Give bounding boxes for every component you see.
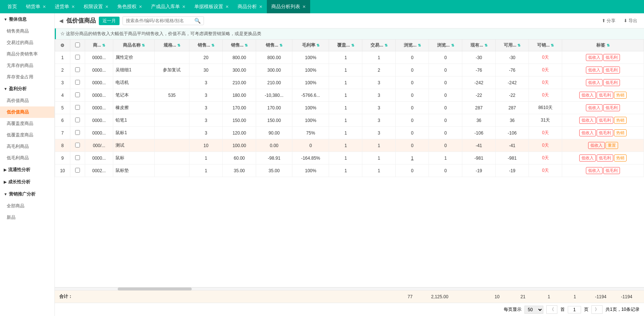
sidebar-item-high-margin[interactable]: 高毛利商品 (0, 141, 54, 152)
nav-product-analysis-list[interactable]: 商品分析列表 ✕ (267, 0, 310, 13)
select-all-checkbox[interactable] (75, 43, 80, 47)
row-view1[interactable]: 0 (396, 102, 429, 114)
sidebar-item-stock-fund[interactable]: 库存资金占用 (0, 71, 54, 83)
export-button[interactable]: ⬇ 导出 (621, 17, 640, 25)
sidebar-item-no-stock-products[interactable]: 无库存的商品 (0, 60, 54, 71)
row-view1[interactable]: 0 (396, 164, 429, 177)
close-product-analysis[interactable]: ✕ (259, 4, 262, 9)
sidebar-item-low-coverage[interactable]: 低覆盖度商品 (0, 129, 54, 141)
sidebar-section-profit[interactable]: ▼ 盈利分析 (0, 83, 54, 95)
date-filter-button[interactable]: 近一月 (99, 17, 120, 25)
row-checkbox[interactable] (75, 130, 80, 135)
row-view1[interactable]: 0 (396, 89, 429, 102)
row-checkbox[interactable] (75, 92, 80, 97)
tag-label: 热销 (614, 154, 627, 162)
close-sales[interactable]: ✕ (43, 4, 46, 9)
col-header-sales3[interactable]: 销售... ⇅ (256, 40, 292, 51)
col-header-stock3[interactable]: 可销... ⇅ (529, 40, 562, 51)
row-view1[interactable]: 0 (396, 64, 429, 77)
sidebar-item-high-value[interactable]: 高价值商品 (0, 95, 54, 106)
row-checkbox-cell[interactable] (70, 89, 85, 102)
col-header-code[interactable]: 商... ⇅ (85, 40, 113, 51)
col-header-sales1[interactable]: 销售... ⇅ (189, 40, 223, 51)
search-input[interactable] (126, 18, 194, 23)
nav-purchase[interactable]: 进货单 ✕ (50, 0, 79, 13)
sidebar-item-low-margin[interactable]: 低毛利商品 (0, 152, 54, 164)
sidebar-item-all-products[interactable]: 全部商品 (0, 200, 54, 212)
col-header-sales2[interactable]: 销售... ⇅ (223, 40, 256, 51)
sidebar-section-overall[interactable]: ▼ 整体信息 (0, 13, 54, 26)
col-header-view1[interactable]: 浏览... ⇅ (396, 40, 429, 51)
close-product-entry[interactable]: ✕ (182, 4, 185, 9)
close-purchase[interactable]: ✕ (71, 4, 75, 9)
sidebar-collapse-btn[interactable]: ◀ (59, 18, 63, 24)
row-spec (154, 127, 189, 139)
col-header-gross[interactable]: 毛利率 ⇅ (292, 40, 329, 51)
col-header-coverage[interactable]: 覆盖... ⇅ (329, 40, 362, 51)
row-checkbox-cell[interactable] (70, 164, 85, 177)
nav-template[interactable]: 单据模板设置 ✕ (190, 0, 233, 13)
col-header-stock1[interactable]: 现有... ⇅ (462, 40, 496, 51)
col-header-trade[interactable]: 交易... ⇅ (362, 40, 396, 51)
sidebar-section-flow[interactable]: ▶ 流通性分析 (0, 164, 54, 176)
row-checkbox[interactable] (75, 168, 80, 173)
search-icon[interactable]: 🔍 (194, 18, 201, 24)
row-checkbox[interactable] (75, 143, 80, 147)
col-header-settings[interactable]: ⚙ (55, 40, 70, 51)
close-product-analysis-list[interactable]: ✕ (302, 4, 306, 9)
row-checkbox-cell[interactable] (70, 51, 85, 64)
nav-role[interactable]: 角色授权 ✕ (113, 0, 147, 13)
first-page-btn[interactable]: 〈 (546, 305, 557, 314)
horizontal-scrollbar[interactable] (55, 287, 644, 290)
row-checkbox[interactable] (75, 80, 80, 85)
row-checkbox[interactable] (75, 155, 80, 160)
data-table-wrapper[interactable]: ⚙ 商... ⇅ 商品名称 ⇅ 规格... ⇅ 销售... ⇅ 销售... ⇅ … (55, 39, 644, 287)
row-checkbox[interactable] (75, 55, 80, 60)
sidebar-section-growth[interactable]: ▶ 成长性分析 (0, 176, 54, 188)
row-checkbox[interactable] (75, 105, 80, 110)
col-header-stock2[interactable]: 可用... ⇅ (496, 40, 529, 51)
sidebar-section-growth-label: 成长性分析 (8, 179, 30, 185)
close-role[interactable]: ✕ (139, 4, 142, 9)
sidebar-item-high-coverage[interactable]: 高覆盖度商品 (0, 118, 54, 129)
sidebar-item-traded-products[interactable]: 交易过的商品 (0, 37, 54, 48)
next-page-btn[interactable]: 〉 (591, 305, 603, 314)
row-view1[interactable]: 0 (396, 114, 429, 127)
share-button[interactable]: ⬆ 分享 (600, 17, 618, 25)
nav-product-entry[interactable]: 产成品入库单 ✕ (147, 0, 190, 13)
row-checkbox[interactable] (75, 67, 80, 72)
per-page-select[interactable]: 50 100 200 (524, 306, 543, 314)
col-header-checkbox[interactable] (70, 40, 85, 51)
sidebar-item-sales-products[interactable]: 销售类商品 (0, 26, 54, 37)
sidebar-section-marketing[interactable]: ▼ 营销推广分析 (0, 188, 54, 200)
row-checkbox-cell[interactable] (70, 102, 85, 114)
col-header-tags[interactable]: 标签 ⇅ (562, 40, 644, 51)
scrollbar-thumb[interactable] (118, 288, 192, 290)
row-checkbox-cell[interactable] (70, 127, 85, 139)
row-view1[interactable]: 1 (396, 152, 429, 164)
row-view1[interactable]: 0 (396, 77, 429, 89)
col-header-name[interactable]: 商品名称 ⇅ (113, 40, 155, 51)
page-number-input[interactable] (568, 306, 581, 313)
close-permission[interactable]: ✕ (105, 4, 108, 9)
row-checkbox-cell[interactable] (70, 152, 85, 164)
close-template[interactable]: ✕ (225, 4, 229, 9)
nav-home[interactable]: 首页 (3, 0, 21, 13)
sidebar-item-low-value[interactable]: 低价值商品 (0, 106, 54, 118)
row-checkbox-cell[interactable] (70, 139, 85, 152)
sidebar-item-category-sales-rate[interactable]: 商品分类销售率 (0, 48, 54, 60)
row-checkbox-cell[interactable] (70, 64, 85, 77)
row-checkbox-cell[interactable] (70, 114, 85, 127)
view1-link[interactable]: 1 (411, 156, 414, 161)
col-header-spec[interactable]: 规格... ⇅ (154, 40, 189, 51)
sidebar-item-new-products[interactable]: 新品 (0, 212, 54, 223)
row-view1[interactable]: 0 (396, 127, 429, 139)
col-header-view2[interactable]: 浏览... ⇅ (429, 40, 462, 51)
nav-sales[interactable]: 销货单 ✕ (21, 0, 50, 13)
nav-product-analysis[interactable]: 商品分析 ✕ (233, 0, 267, 13)
row-view1[interactable]: 0 (396, 51, 429, 64)
row-view1[interactable]: 0 (396, 139, 429, 152)
row-checkbox[interactable] (75, 118, 80, 122)
row-checkbox-cell[interactable] (70, 77, 85, 89)
nav-permission[interactable]: 权限设置 ✕ (79, 0, 113, 13)
